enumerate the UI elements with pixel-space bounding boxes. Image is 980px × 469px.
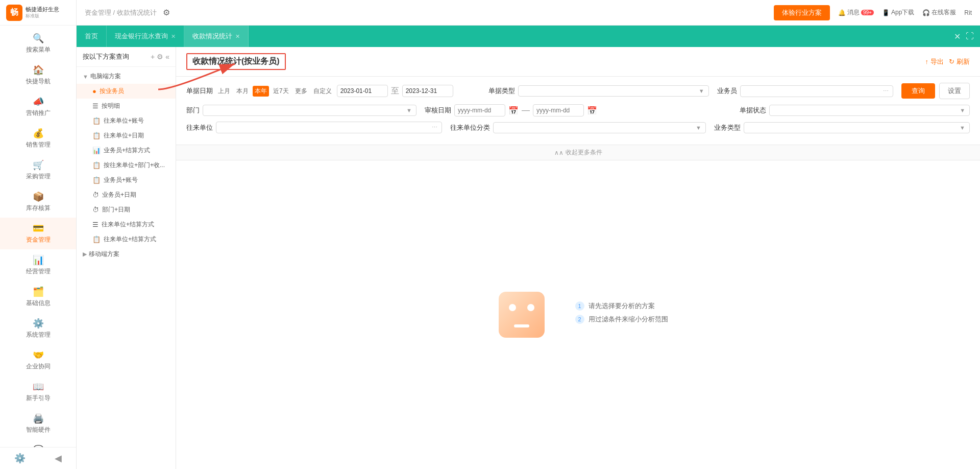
tab-bank[interactable]: 现金银行流水查询 ✕ [107,26,184,47]
tab-home[interactable]: 首页 [77,26,107,47]
sidebar-item-basic[interactable]: 🗂️基础信息 [0,281,76,313]
online-service-btn[interactable]: 🎧 在线客服 [922,8,956,17]
sidebar-item-marketing[interactable]: 📣营销推广 [0,91,76,123]
sidebar-item-inventory[interactable]: 📦库存核算 [0,186,76,218]
tree-item-by-staff[interactable]: ● 按业务员 [77,84,176,99]
date-btn-more[interactable]: 更多 [293,86,309,97]
doc-status-select[interactable]: ▼ [769,105,970,116]
sidebar-label-inventory: 库存核算 [26,204,51,213]
settings-button[interactable]: 设置 [939,83,970,99]
scheme-add-btn[interactable]: + [151,53,155,61]
settings-footer-icon[interactable]: ⚙️ [14,453,26,464]
date-to-input[interactable] [402,85,453,97]
staff-label: 业务员 [717,86,737,96]
tree-item-staff-account[interactable]: 📋 业务员+账号 [77,173,176,187]
review-date-to-input[interactable] [533,104,584,116]
partner-select[interactable]: ⋯ [216,122,442,133]
query-button[interactable]: 查询 [901,83,935,99]
logo-name: 畅捷通好生意 [26,6,59,13]
tree-group-mobile-label: 移动端方案 [89,250,119,259]
sidebar-item-shortcut[interactable]: 🏠快捷导航 [0,59,76,91]
sidebar-item-hardware[interactable]: 🖨️智能硬件 [0,408,76,439]
tree-group-desktop-header[interactable]: ▼ 电脑端方案 [77,69,176,84]
tree-item-label-sd: 业务员+日期 [102,191,136,199]
filter-row-2: 部门 ▼ 审核日期 📅 — 📅 [186,104,970,116]
sidebar-item-operation[interactable]: 📊经营管理 [0,249,76,281]
tree-expand-arrow: ▼ [83,74,88,80]
sidebar-item-search[interactable]: 🔍搜索菜单 [0,28,76,59]
sidebar-label-basic: 基础信息 [26,299,51,308]
empty-tip-2: 2 用过滤条件来缩小分析范围 [575,315,668,324]
review-calendar-to[interactable]: 📅 [587,106,597,115]
date-btn-last-month[interactable]: 上月 [216,86,232,97]
tree-item-by-detail[interactable]: ☰ 按明细 [77,99,176,113]
sidebar-label-purchase: 采购管理 [26,172,51,181]
biz-type-arrow: ▼ [960,125,965,131]
tree-group-mobile-header[interactable]: ▶ 移动端方案 [77,247,176,262]
biz-type-select[interactable]: ▼ [744,122,970,133]
tab-collection-close[interactable]: ✕ [235,33,240,40]
review-calendar-from[interactable]: 📅 [508,106,519,115]
biz-type-label: 业务类型 [714,123,741,132]
settings-icon[interactable]: ⚙ [163,8,170,17]
tab-bank-close[interactable]: ✕ [171,33,176,40]
sidebar-icon-inventory: 📦 [33,191,44,202]
tree-item-staff-settle[interactable]: 📊 业务员+结算方式 [77,143,176,158]
sidebar-item-guide[interactable]: 📖新手引导 [0,376,76,408]
scheme-collapse-btn[interactable]: « [165,53,169,61]
app-download-btn[interactable]: 📱 App下载 [882,8,914,17]
filter-biz-type: 业务类型 ▼ [714,122,970,133]
filter-partner-category: 往来单位分类 ▼ [450,122,706,133]
tab-close-all-icon[interactable]: ✕ [954,32,961,41]
collapse-sidebar-icon[interactable]: ◀ [55,453,62,464]
date-btn-this-year[interactable]: 本年 [253,86,269,97]
tree-item-partner-settle1[interactable]: ☰ 往来单位+结算方式 [77,217,176,232]
tree-item-icon-pde: 📋 [92,161,101,169]
filter-area: 单据日期 上月 本月 本年 近7天 更多 自定义 至 [176,77,980,145]
robot-body [499,292,545,338]
partner-category-select[interactable]: ▼ [493,122,706,133]
date-btn-this-month[interactable]: 本月 [234,86,251,97]
staff-select[interactable]: ⋯ [740,85,893,97]
filter-partner: 往来单位 ⋯ [186,122,442,133]
sidebar-item-wechat[interactable]: 💬企业微信 [0,439,76,447]
sidebar-item-purchase[interactable]: 🛒采购管理 [0,154,76,186]
tree-item-partner-date[interactable]: 📋 往来单位+日期 [77,128,176,143]
dept-select[interactable]: ▼ [203,105,416,116]
sidebar-label-search: 搜索菜单 [26,45,51,54]
date-btn-custom[interactable]: 自定义 [311,86,334,97]
date-btn-7days[interactable]: 近7天 [271,86,291,97]
tree-item-staff-date[interactable]: ⏱ 业务员+日期 [77,187,176,202]
tree-item-dept-date[interactable]: ⏱ 部门+日期 [77,202,176,217]
tree-item-partner-account[interactable]: 📋 往来单位+账号 [77,113,176,128]
tree-item-partner-settle2[interactable]: 📋 往来单位+结算方式 [77,232,176,247]
tab-expand-icon[interactable]: ⛶ [966,32,974,41]
sidebar-icon-sales: 💰 [33,128,44,139]
doc-type-select[interactable]: ▼ [518,85,709,97]
review-date-from-input[interactable] [454,104,505,116]
filter-dept: 部门 ▼ [186,105,416,116]
user-avatar[interactable]: Rit [964,9,972,16]
sidebar-label-shortcut: 快捷导航 [26,77,51,86]
tree-item-label-ps2: 往来单位+结算方式 [104,235,156,244]
refresh-button[interactable]: ↻ 刷新 [949,57,970,66]
tree-item-label-ss: 业务员+结算方式 [104,146,150,155]
online-service-label: 在线客服 [932,8,956,17]
sidebar-item-capital[interactable]: 💳资金管理 [0,218,76,249]
sidebar-item-sales[interactable]: 💰销售管理 [0,123,76,154]
tab-collection[interactable]: 收款情况统计 ✕ [184,26,249,47]
sidebar: 畅 畅捷通好生意 标准版 🔍搜索菜单🏠快捷导航📣营销推广💰销售管理🛒采购管理📦库… [0,0,77,469]
app-download-label: App下载 [891,8,914,17]
scheme-panel: 按以下方案查询 + ⚙ « ▼ 电脑端方案 ● 按业务员 [77,47,176,469]
date-from-input[interactable] [337,85,388,97]
sidebar-item-system[interactable]: ⚙️系统管理 [0,313,76,344]
empty-state: 1 请先选择要分析的方案 2 用过滤条件来缩小分析范围 [176,160,980,469]
export-button[interactable]: ↑ 导出 [925,57,944,66]
tree-item-label-ps1: 往来单位+结算方式 [102,220,154,229]
notification-btn[interactable]: 🔔 消息 99+ [838,8,874,17]
tree-item-partner-dept[interactable]: 📋 按往来单位+部门+收... [77,158,176,173]
collapse-bar[interactable]: ∧∧ 收起更多条件 [176,145,980,160]
sidebar-item-enterprise[interactable]: 🤝企业协同 [0,344,76,376]
try-industry-button[interactable]: 体验行业方案 [774,5,830,20]
scheme-settings-btn[interactable]: ⚙ [157,53,163,61]
